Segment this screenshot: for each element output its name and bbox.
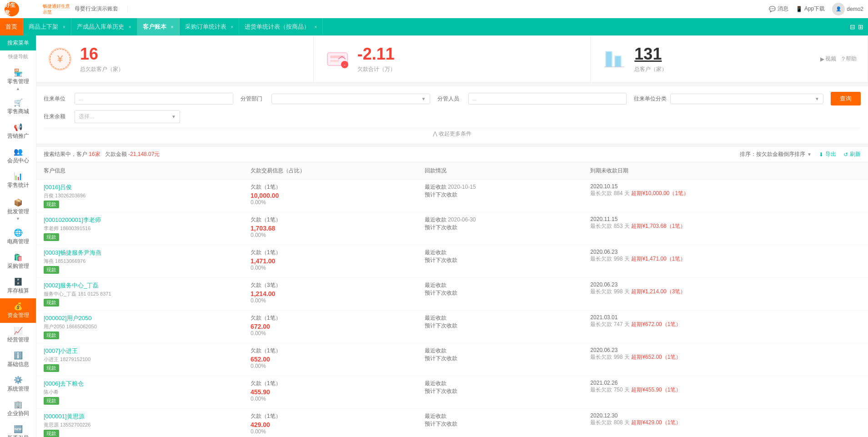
sidebar-item-retail-mgmt[interactable]: 🏪 零售管理 ▲ xyxy=(0,65,36,95)
stat-owed-customers: ¥ 16 总欠款客户（家） xyxy=(36,35,314,82)
video-btn[interactable]: ▶ 视频 xyxy=(820,55,836,63)
last-payment-label: 最近收款 xyxy=(425,184,447,190)
close-icon[interactable]: × xyxy=(129,25,131,30)
close-icon[interactable]: × xyxy=(171,25,174,30)
sidebar-item-inventory[interactable]: 🗄️ 库存核算 xyxy=(0,274,36,298)
sidebar-item-batch-mgmt[interactable]: 📦 批发管理 ▼ xyxy=(0,195,36,225)
sidebar-item-finance[interactable]: 💰 资金管理 xyxy=(0,298,36,323)
debt-amount[interactable]: 455.90 xyxy=(251,388,410,396)
tab-purchase-stats[interactable]: 采购订单统计表 × xyxy=(180,18,240,35)
debt-amount[interactable]: 10,000.00 xyxy=(251,192,410,199)
debt-info-cell: 欠款（1笔） 652.00 0.00% xyxy=(243,343,417,376)
overdue-amount[interactable]: 超期¥429.00（1笔） xyxy=(631,419,681,426)
customer-tag: 现款 xyxy=(44,364,59,372)
sidebar-item-purchase[interactable]: 🛍️ 采购管理 xyxy=(0,249,36,274)
tab-products-off[interactable]: 商品上下架 × xyxy=(23,18,71,35)
close-icon[interactable]: × xyxy=(231,25,234,30)
maximize-icon[interactable]: ⊞ xyxy=(858,23,863,30)
filter-row-2: 往来余额 选择... ▼ xyxy=(44,110,861,123)
customer-name-link[interactable]: [000001]黄思源 xyxy=(44,412,236,421)
tab-home[interactable]: 首页 xyxy=(0,18,23,35)
user-menu[interactable]: 👤 demo2 xyxy=(832,3,863,15)
overdue-days: 最长欠款 998 天 超期¥1,471.00（1笔） xyxy=(590,255,861,263)
recovery-cell: 最近收款 预计下次收款 xyxy=(417,376,583,409)
debt-amount[interactable]: 1,214.00 xyxy=(251,290,410,297)
tab-customer-account[interactable]: 客户账本 × xyxy=(137,18,180,35)
next-payment-label: 预计下次收款 xyxy=(425,388,457,394)
customer-name-link[interactable]: [000002]用户2050 xyxy=(44,314,236,322)
overdue-date-cell: 2020.06.23 最长欠款 998 天 超期¥1,471.00（1笔） xyxy=(583,245,868,278)
sidebar-item-basic-info[interactable]: ℹ️ 基础信息 xyxy=(0,347,36,372)
unit-category-select[interactable]: ▼ xyxy=(670,94,823,104)
tab-production-history[interactable]: 产成品入库单历史 × xyxy=(71,18,137,35)
filter-bar: 往来单位 ... 分管部门 ▼ 分管人员 ... xyxy=(36,86,868,143)
sidebar-item-ecommerce[interactable]: 🌐 电商管理 xyxy=(0,225,36,249)
sidebar-item-retail-mall[interactable]: 🛒 零售商城 xyxy=(0,95,36,119)
debt-amount[interactable]: 1,703.68 xyxy=(251,225,410,232)
overdue-amount[interactable]: 超期¥455.90（1笔） xyxy=(631,387,681,393)
sidebar-item-operations[interactable]: 📈 经营管理 xyxy=(0,323,36,347)
sort-select[interactable]: 排序：按欠款金额倒序排序 ▼ xyxy=(740,151,812,158)
customer-contact: 海燕 18513066976 xyxy=(44,258,236,265)
customer-name-link[interactable]: [0006]去下粮仓 xyxy=(44,380,236,388)
customer-name-link[interactable]: [0003]畅捷服务尹海燕 xyxy=(44,249,236,257)
debt-amount[interactable]: 652.00 xyxy=(251,356,410,363)
close-icon[interactable]: × xyxy=(63,25,65,30)
sidebar-item-member[interactable]: 👥 会员中心 xyxy=(0,144,36,168)
next-payment: 预计下次收款 xyxy=(425,224,576,231)
overdue-amount[interactable]: 超期¥1,703.68（1笔） xyxy=(631,223,686,229)
overdue-amount[interactable]: 超期¥10,000.00（1笔） xyxy=(631,190,689,196)
dept-select[interactable]: ▼ xyxy=(271,94,430,104)
overdue-amount[interactable]: 超期¥1,471.00（1笔） xyxy=(631,256,686,262)
help-btn[interactable]: ? 帮助 xyxy=(842,55,857,63)
debt-ratio: 0.00% xyxy=(251,363,410,369)
minimize-icon[interactable]: ⊟ xyxy=(850,23,855,30)
overdue-days: 最长欠款 998 天 超期¥1,214.00（3笔） xyxy=(590,288,861,296)
person-input[interactable]: ... xyxy=(468,93,627,105)
stat-owed-total: - -2.11 欠款合计（万） xyxy=(314,35,591,82)
svg-rect-5 xyxy=(330,60,339,62)
search-button[interactable]: 查询 xyxy=(831,92,861,105)
sidebar-search[interactable]: 搜索菜单 xyxy=(0,35,36,50)
balance-select[interactable]: 选择... ▼ xyxy=(75,110,180,123)
close-icon[interactable]: × xyxy=(314,25,317,30)
last-payment: 最近收款 xyxy=(425,249,576,256)
sidebar-item-quick-nav[interactable]: 快捷导航 xyxy=(0,50,36,63)
source-unit-label: 往来单位 xyxy=(44,95,71,103)
customer-tag: 现款 xyxy=(44,233,59,241)
debt-info-cell: 欠款（1笔） 1,471.00 0.00% xyxy=(243,245,417,278)
debt-amount[interactable]: 1,471.00 xyxy=(251,257,410,265)
app-icon: 📱 xyxy=(796,6,803,12)
app-download-btn[interactable]: 📱 App下载 xyxy=(796,5,825,13)
sidebar-item-marketing[interactable]: 📢 营销推广 xyxy=(0,119,36,144)
table-toolbar: 搜索结果中，客户 16家 欠款金额 -21,148.07元 排序：按欠款金额倒序… xyxy=(36,147,868,162)
customer-name-link[interactable]: [0002]服务中心_丁磊 xyxy=(44,281,236,290)
result-info: 搜索结果中，客户 16家 欠款金额 -21,148.07元 xyxy=(44,151,160,158)
refresh-btn[interactable]: ↺ 刷新 xyxy=(843,151,861,158)
tab-incoming-stats[interactable]: 进货单统计表（按商品） × xyxy=(239,18,323,35)
customer-name-link[interactable]: [0007]小进王 xyxy=(44,347,236,355)
sidebar-item-system[interactable]: ⚙️ 系统管理 xyxy=(0,372,36,397)
sidebar-item-enterprise[interactable]: 🏢 企业协同 xyxy=(0,397,36,421)
last-payment-label: 最近收款 xyxy=(425,315,447,321)
debt-amount[interactable]: 672.00 xyxy=(251,323,410,330)
collapse-btn[interactable]: ⋀ 收起更多条件 xyxy=(44,128,861,140)
debt-amount[interactable]: 429.00 xyxy=(251,421,410,428)
next-payment: 预计下次收款 xyxy=(425,387,576,395)
last-payment: 最近收款 xyxy=(425,281,576,289)
overdue-amount[interactable]: 超期¥672.00（1笔） xyxy=(631,321,681,327)
export-btn[interactable]: ⬇ 导出 xyxy=(819,151,836,158)
sidebar-item-retail-stats[interactable]: 📊 零售统计 xyxy=(0,168,36,193)
sidebar-item-guide[interactable]: 🆕 新手引导 xyxy=(0,421,36,437)
overdue-amount[interactable]: 超期¥652.00（1笔） xyxy=(631,354,681,360)
customer-contact: 陈小希 xyxy=(44,389,236,396)
debt-count: 欠款（1笔） xyxy=(251,380,410,387)
nav-window-controls: ⊟ ⊞ xyxy=(850,18,868,35)
next-payment: 预计下次收款 xyxy=(425,191,576,199)
messages-btn[interactable]: 💬 消息 xyxy=(769,5,788,13)
customer-name-link[interactable]: [0016]吕俊 xyxy=(44,183,236,191)
overdue-amount[interactable]: 超期¥1,214.00（3笔） xyxy=(631,288,686,295)
retail-mgmt-icon: 🏪 xyxy=(14,68,23,77)
customer-name-link[interactable]: [00010200001]李老师 xyxy=(44,216,236,224)
source-unit-input[interactable]: ... xyxy=(75,93,233,105)
